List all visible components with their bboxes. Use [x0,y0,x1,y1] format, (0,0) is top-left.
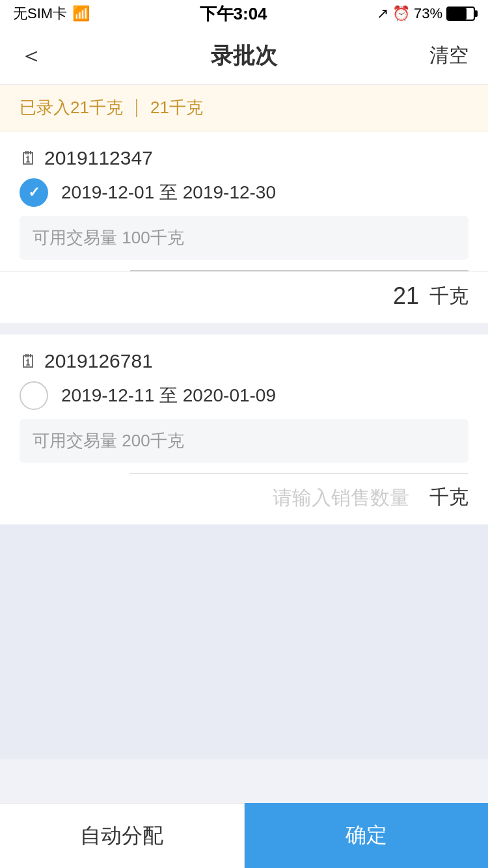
batch-card-2: 🗓 2019126781 2019-12-11 至 2020-01-09 可用交… [0,334,488,524]
batch-2-id: 2019126781 [44,350,153,372]
info-banner: 已录入21千克 21千克 [0,85,488,131]
batch-1-header: 🗓 2019112347 [0,131,488,174]
section-divider [0,324,488,334]
back-button[interactable]: ＜ [20,40,59,72]
batch-1-qty: 21 [393,282,419,310]
info-value: 21千克 [150,96,203,119]
batch-2-row: 2019-12-11 至 2020-01-09 [0,377,488,414]
batch-2-radio[interactable] [20,381,48,410]
batch-1-radio[interactable] [20,178,48,207]
status-time: 下午3:04 [200,3,267,25]
battery-icon [446,7,475,21]
status-bar: 无SIM卡 📶 下午3:04 ↗ ⏰ 73% [0,0,488,27]
batch-1-avail: 可用交易量 100千克 [20,216,468,260]
gray-area [0,525,488,759]
location-icon: ↗ [377,5,388,22]
batch-2-qty-input[interactable] [20,487,419,509]
batch-1-icon: 🗓 [20,148,38,169]
batch-1-date: 2019-12-01 至 2019-12-30 [61,180,276,205]
auto-distribute-button[interactable]: 自动分配 [0,803,245,868]
battery-percent: 73% [414,5,442,22]
batch-1-qty-row: 21 千克 [0,271,488,323]
info-label: 已录入21千克 [20,96,123,119]
page-title: 录批次 [211,41,277,71]
batch-2-header: 🗓 2019126781 [0,334,488,377]
batch-card-1: 🗓 2019112347 2019-12-01 至 2019-12-30 可用交… [0,131,488,323]
bottom-bar: 自动分配 确定 [0,803,488,868]
clear-button[interactable]: 清空 [429,42,468,69]
batch-2-icon: 🗓 [20,351,38,372]
batch-2-date: 2019-12-11 至 2020-01-09 [61,383,276,408]
batch-2-unit: 千克 [429,484,468,511]
nav-bar: ＜ 录批次 清空 [0,27,488,85]
batch-2-avail: 可用交易量 200千克 [20,419,468,463]
battery-fill [448,8,467,20]
confirm-button[interactable]: 确定 [245,803,489,868]
batch-1-id: 2019112347 [44,147,153,169]
status-left: 无SIM卡 📶 [13,4,90,23]
batch-1-unit: 千克 [429,283,468,310]
info-divider [136,99,137,117]
alarm-icon: ⏰ [392,5,410,22]
carrier-text: 无SIM卡 [13,4,67,23]
status-right: ↗ ⏰ 73% [377,5,475,22]
batch-2-input-row: 千克 [0,474,488,524]
batch-1-row: 2019-12-01 至 2019-12-30 [0,174,488,211]
wifi-icon: 📶 [72,5,90,22]
